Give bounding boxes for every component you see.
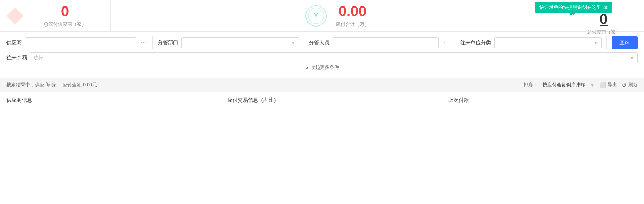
collapse-label: 收起更多条件 (311, 64, 339, 71)
result-actions: 排序： 按应付会额倒序排序 ▼ ⬜ 导出 ↺ 刷新 (524, 82, 638, 88)
result-amount: 应付金额 0.00元 (63, 82, 97, 88)
svg-text:¥: ¥ (314, 13, 318, 19)
result-bar: 搜索结果中，供应商0家 应付金额 0.00元 排序： 按应付会额倒序排序 ▼ ⬜… (0, 78, 644, 92)
supplier-label: 供应商 (6, 39, 22, 46)
person-dots-button[interactable]: ··· (442, 39, 450, 46)
total-suppliers-number: 0 (600, 11, 608, 27)
person-filter: 分管人员 ··· (304, 36, 455, 49)
col-transaction-info-header: 应付交易信息（占比） (227, 97, 448, 104)
coin-icon: ¥ (305, 5, 327, 27)
payable-total-number: 0.00 (339, 4, 366, 19)
collapse-button[interactable]: ∧ 收起更多条件 (305, 64, 339, 71)
unit-class-filter: 往来单位分类 ▼ (455, 36, 607, 49)
refresh-icon: ↺ (622, 82, 627, 88)
supplier-dots-button[interactable]: ··· (139, 39, 148, 46)
supplier-filter: 供应商 ··· (6, 36, 153, 49)
total-payable-suppliers-block: ¥ 0 总应付供应商（家） (0, 0, 111, 31)
filter-row-2: 往来余额 选择... ▼ (6, 52, 638, 63)
export-label: 导出 (608, 82, 617, 88)
diamond-icon: ¥ (4, 5, 26, 27)
total-suppliers-block: 快速录单的快捷键说明在这里 × 0 总供应商（家） (563, 0, 644, 31)
balance-chevron-icon: ▼ (630, 55, 634, 60)
table-header: 供应商信息 应付交易信息（占比） 上次付款 (0, 92, 644, 109)
stats-bar: ¥ 0 总应付供应商（家） ¥ 0.00 应付合计（万） (0, 0, 644, 32)
unit-class-label: 往来单位分类 (460, 39, 491, 46)
dept-filter: 分管部门 ▼ (153, 36, 304, 49)
balance-label: 往来余额 (6, 54, 27, 61)
filter-bar: 供应商 ··· 分管部门 ▼ 分管人员 ··· 往来单位分类 (0, 32, 644, 78)
sort-select-button[interactable]: 按应付会额倒序排序 (543, 82, 585, 88)
dept-select[interactable]: ▼ (181, 37, 299, 48)
supplier-input-wrap (25, 37, 136, 48)
tooltip-bubble: 快速录单的快捷键说明在这里 × (535, 2, 612, 13)
payable-total-block: ¥ 0.00 应付合计（万） (111, 0, 563, 31)
tooltip-text: 快速录单的快捷键说明在这里 (539, 4, 601, 11)
result-text: 搜索结果中，供应商0家 (6, 82, 57, 88)
table-content (0, 109, 644, 204)
col2-label: 应付交易信息（占比） (227, 97, 279, 103)
collapse-up-icon: ∧ (305, 65, 309, 71)
export-icon: ⬜ (599, 82, 606, 88)
unit-class-select[interactable]: ▼ (494, 37, 602, 48)
sort-label: 排序： (524, 82, 538, 88)
dept-chevron-icon: ▼ (291, 40, 295, 45)
export-button[interactable]: ⬜ 导出 (599, 82, 617, 88)
collapse-btn-wrap: ∧ 收起更多条件 (6, 63, 638, 75)
dept-label: 分管部门 (158, 39, 178, 46)
total-payable-number: 0 (61, 4, 69, 19)
person-input[interactable] (333, 37, 439, 48)
tooltip-close-button[interactable]: × (604, 5, 608, 10)
supplier-input[interactable] (25, 37, 136, 48)
total-payable-label: 总应付供应商（家） (44, 21, 86, 28)
col-supplier-info-header: 供应商信息 (6, 97, 227, 104)
balance-select[interactable]: 选择... ▼ (30, 52, 638, 63)
refresh-label: 刷新 (628, 82, 638, 88)
query-button[interactable]: 查询 (612, 36, 638, 49)
balance-placeholder: 选择... (34, 55, 630, 61)
result-summary: 搜索结果中，供应商0家 应付金额 0.00元 (6, 82, 97, 88)
refresh-button[interactable]: ↺ 刷新 (622, 82, 638, 88)
col-last-payment-header: 上次付款 (448, 97, 638, 104)
sort-chevron-icon: ▼ (590, 83, 594, 88)
col1-label: 供应商信息 (6, 97, 32, 103)
person-label: 分管人员 (309, 39, 330, 46)
unit-class-chevron-icon: ▼ (594, 40, 598, 45)
total-suppliers-label: 总供应商（家） (587, 29, 620, 36)
person-input-wrap (333, 37, 439, 48)
filter-row-1: 供应商 ··· 分管部门 ▼ 分管人员 ··· 往来单位分类 (6, 36, 638, 49)
svg-text:¥: ¥ (13, 12, 17, 19)
payable-total-label: 应付合计（万） (336, 21, 369, 28)
col3-label: 上次付款 (448, 97, 469, 103)
